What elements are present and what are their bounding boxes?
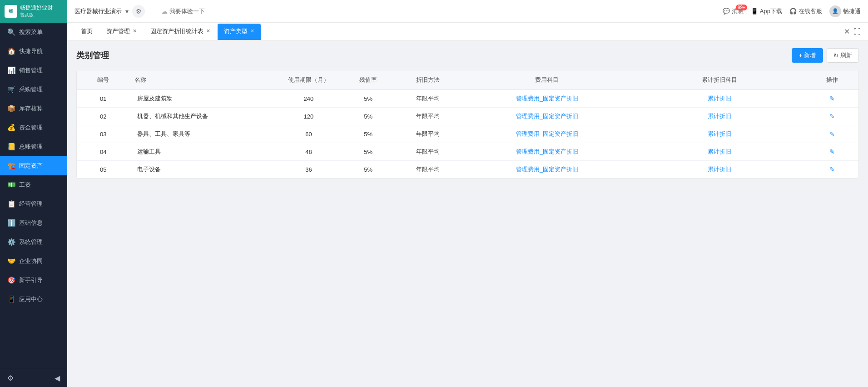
sidebar-item-search[interactable]: 🔍 搜索菜单 [0,23,67,42]
cell-accum: 累计折旧 [633,90,805,108]
sidebar-item-fixedassets[interactable]: 🏗️ 固定资产 [0,156,67,175]
tab-assettype-label: 资产类型 [224,27,248,35]
edit-icon[interactable]: ✎ [829,166,835,173]
topbar-company: 医疗器械行业演示 [74,7,122,15]
sidebar-item-cooperation[interactable]: 🤝 企业协同 [0,252,67,271]
tab-depreciation-close[interactable]: ✕ [206,28,210,34]
tabs-actions: ✕ ⛶ [844,27,861,36]
sidebar-item-label: 经营管理 [19,200,43,208]
topbar-support-label: 在线客服 [799,7,822,15]
cell-period: 60 [276,125,342,143]
edit-icon[interactable]: ✎ [829,148,835,155]
tab-assetmgmt-close[interactable]: ✕ [133,28,137,34]
cell-rate: 5% [342,108,395,125]
cell-rate: 5% [342,90,395,108]
sidebar-item-sysadmin[interactable]: ⚙️ 系统管理 [0,233,67,252]
table-row: 01 房屋及建筑物 240 5% 年限平均 管理费用_固定资产折旧 累计折旧 ✎ [77,90,858,108]
tab-assettype[interactable]: 资产类型 ✕ [218,24,261,40]
cell-id: 01 [77,90,130,108]
sidebar-item-sales[interactable]: 📊 销售管理 [0,61,67,80]
col-header-expense: 费用科目 [461,70,633,90]
inventory-icon: 📦 [7,104,15,113]
sidebar-item-label: 销售管理 [19,66,43,74]
tab-assetmgmt[interactable]: 资产管理 ✕ [100,24,143,40]
sidebar-item-payroll[interactable]: 💵 工资 [0,175,67,194]
topbar-left: 医疗器械行业演示 ▾ ⚙ ☁ 我要体验一下 [74,5,718,18]
company-dropdown-button[interactable]: ▾ [125,8,129,15]
cell-expense: 管理费用_固定资产折旧 [461,125,633,143]
cell-name: 机器、机械和其他生产设备 [130,108,276,125]
sidebar-item-basicinfo[interactable]: ℹ️ 基础信息 [0,213,67,233]
cell-period: 240 [276,90,342,108]
cell-id: 02 [77,108,130,125]
topbar-messages[interactable]: 💬 消息 99+ [723,7,744,15]
cell-accum: 累计折旧 [633,161,805,179]
sidebar-item-guide[interactable]: 🎯 新手引导 [0,271,67,290]
col-header-id: 编号 [77,70,130,90]
edit-icon[interactable]: ✎ [829,130,835,138]
tab-depreciation[interactable]: 固定资产折旧统计表 ✕ [144,24,217,40]
topbar-settings-button[interactable]: ⚙ [132,5,145,18]
purchase-icon: 🛒 [7,85,15,94]
tab-depreciation-label: 固定资产折旧统计表 [150,27,203,35]
col-header-period: 使用期限（月） [276,70,342,90]
cell-period: 120 [276,108,342,125]
sidebar-item-appcenter[interactable]: 📱 应用中心 [0,290,67,309]
sidebar-item-purchase[interactable]: 🛒 采购管理 [0,80,67,99]
cell-expense: 管理费用_固定资产折旧 [461,161,633,179]
table-row: 03 器具、工具、家具等 60 5% 年限平均 管理费用_固定资产折旧 累计折旧… [77,125,858,143]
cooperation-icon: 🤝 [7,257,15,265]
tab-assetmgmt-label: 资产管理 [106,27,130,35]
tab-assettype-close[interactable]: ✕ [250,28,254,34]
download-icon: 📱 [751,8,758,15]
cell-rate: 5% [342,143,395,161]
category-table: 编号 名称 使用期限（月） 残值率 折旧方法 费用科目 累计折旧科目 操作 01… [77,70,858,178]
tab-home-label: 首页 [81,27,93,35]
user-avatar: 👤 [829,5,841,17]
basicinfo-icon: ℹ️ [7,219,15,227]
topbar-user[interactable]: 👤 畅捷通 [829,5,861,17]
sidebar-item-label: 企业协同 [19,257,43,265]
tab-close-window-button[interactable]: ✕ [844,27,850,36]
sidebar-item-ledger[interactable]: 📒 总账管理 [0,137,67,156]
sidebar-item-label: 新手引导 [19,276,43,284]
sidebar-item-label: 系统管理 [19,238,43,246]
topbar-appdownload[interactable]: 📱 App下载 [751,7,782,15]
cell-name: 器具、工具、家具等 [130,125,276,143]
cell-expense: 管理费用_固定资产折旧 [461,143,633,161]
cell-method: 年限平均 [395,143,461,161]
content-area: 类别管理 + 新增 ↻ 刷新 编号 名称 使用期限（月） 残值率 折旧方法 [67,41,868,387]
message-badge: 99+ [736,5,747,10]
sidebar-item-label: 应用中心 [19,295,43,303]
refresh-button[interactable]: ↻ 刷新 [827,48,859,63]
col-header-method: 折旧方法 [395,70,461,90]
cell-action: ✎ [805,161,858,179]
sidebar-item-label: 库存核算 [19,104,43,113]
main-area: 医疗器械行业演示 ▾ ⚙ ☁ 我要体验一下 💬 消息 99+ 📱 App下载 🎧… [67,0,868,387]
edit-icon[interactable]: ✎ [829,95,835,102]
new-button[interactable]: + 新增 [792,48,823,63]
sidebar-settings-icon[interactable]: ⚙ [7,374,14,382]
cell-action: ✎ [805,108,858,125]
tab-home[interactable]: 首页 [74,24,99,40]
sidebar-toggle-icon[interactable]: ◀ [55,374,60,382]
sidebar-item-operations[interactable]: 📋 经营管理 [0,194,67,213]
page-title: 类别管理 [76,50,109,61]
sidebar-item-inventory[interactable]: 📦 库存核算 [0,99,67,118]
topbar-appdownload-label: App下载 [760,7,782,15]
cell-action: ✎ [805,90,858,108]
edit-icon[interactable]: ✎ [829,113,835,120]
cell-accum: 累计折旧 [633,108,805,125]
sidebar-item-label: 资金管理 [19,124,43,132]
sidebar-item-quicknav[interactable]: 🏠 快捷导航 [0,42,67,61]
topbar-support[interactable]: 🎧 在线客服 [789,7,822,15]
tab-expand-button[interactable]: ⛶ [853,27,861,36]
operations-icon: 📋 [7,200,15,208]
topbar: 医疗器械行业演示 ▾ ⚙ ☁ 我要体验一下 💬 消息 99+ 📱 App下载 🎧… [67,0,868,23]
logo-subtitle: 普及版 [20,12,53,18]
sidebar-item-finance[interactable]: 💰 资金管理 [0,118,67,137]
cell-rate: 5% [342,125,395,143]
cell-id: 03 [77,125,130,143]
topbar-experience[interactable]: ☁ 我要体验一下 [161,7,205,15]
finance-icon: 💰 [7,124,15,132]
